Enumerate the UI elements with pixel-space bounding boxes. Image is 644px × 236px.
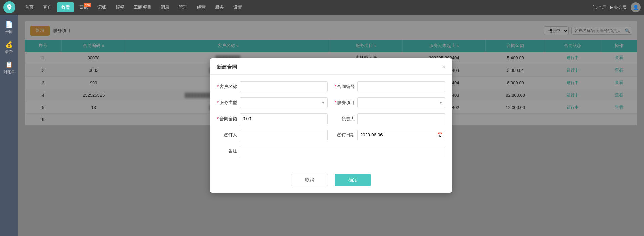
form-field-contract-no: 合同编号	[334, 81, 445, 92]
sidebar-label-contract: 合同	[5, 29, 13, 34]
sign-date-wrap: 📅	[357, 130, 445, 140]
form-row-5: 备注	[217, 146, 445, 156]
nav-item-customer[interactable]: 客户	[39, 2, 56, 12]
service-item-select-wrap: ▼	[357, 97, 445, 108]
sidebar-label-fee: 收费	[5, 49, 13, 54]
input-sign-date[interactable]	[357, 130, 445, 140]
label-person-in-charge: 负责人	[334, 116, 355, 122]
nav-item-service[interactable]: 服务	[211, 2, 228, 12]
sidebar-item-fee[interactable]: 💰 收费	[1, 38, 17, 57]
label-remark: 备注	[217, 148, 237, 154]
modal-header: 新建合同 ×	[210, 58, 452, 75]
input-person-in-charge[interactable]	[357, 113, 445, 124]
fullscreen-icon: ⛶	[593, 5, 597, 10]
form-row-4: 签订人 签订日期 📅	[217, 130, 445, 140]
cancel-button[interactable]: 取消	[291, 174, 328, 186]
label-customer-name: 客户名称	[217, 84, 237, 90]
fullscreen-button[interactable]: ⛶ 全屏	[593, 5, 606, 10]
modal-footer: 取消 确定	[210, 169, 452, 193]
member-button[interactable]: ▶ 畅会员	[610, 5, 627, 10]
form-field-signer: 签订人	[217, 130, 328, 140]
form-field-amount: 合同金额	[217, 113, 328, 124]
top-nav: 首页 客户 收费 票据 new 记账 报税 工商项目 消息 管理 经营 服务 设…	[0, 0, 644, 15]
form-field-customer: 客户名称	[217, 81, 328, 92]
sidebar-item-statement[interactable]: 📋 对账单	[1, 58, 17, 77]
input-contract-no[interactable]	[357, 81, 445, 92]
form-field-service-type: 服务类型 ▼	[217, 97, 328, 108]
sidebar-item-contract[interactable]: 📄 合同	[1, 18, 17, 37]
nav-item-fee[interactable]: 收费	[57, 2, 74, 12]
confirm-button[interactable]: 确定	[335, 174, 371, 186]
nav-item-manage[interactable]: 管理	[175, 2, 192, 12]
input-signer[interactable]	[240, 130, 328, 140]
modal-body: 客户名称 合同编号 服务类型	[210, 75, 452, 169]
sidebar: 📄 合同 💰 收费 📋 对账单	[0, 15, 18, 236]
select-service-item[interactable]	[357, 97, 445, 108]
nav-item-home[interactable]: 首页	[21, 2, 38, 12]
input-remark[interactable]	[240, 146, 445, 156]
nav-item-message[interactable]: 消息	[157, 2, 173, 12]
nav-item-settings[interactable]: 设置	[229, 2, 246, 12]
label-contract-no: 合同编号	[334, 84, 355, 90]
statement-icon: 📋	[5, 61, 13, 68]
form-field-service-item: 服务项目 ▼	[334, 97, 445, 108]
input-customer-name[interactable]	[240, 81, 328, 92]
new-badge: new	[84, 3, 91, 7]
nav-items: 首页 客户 收费 票据 new 记账 报税 工商项目 消息 管理 经营 服务 设…	[21, 2, 593, 12]
modal-create-contract: 新建合同 × 客户名称 合同编号	[210, 58, 452, 193]
nav-item-tax[interactable]: 报税	[112, 2, 128, 12]
label-contract-amount: 合同金额	[217, 116, 237, 122]
label-signer: 签订人	[217, 132, 237, 138]
form-field-person-in-charge: 负责人	[334, 113, 445, 124]
modal-overlay[interactable]: 新建合同 × 客户名称 合同编号	[18, 15, 644, 236]
nav-item-accounting[interactable]: 记账	[93, 2, 110, 12]
form-row-1: 客户名称 合同编号	[217, 81, 445, 92]
form-row-2: 服务类型 ▼ 服务项目	[217, 97, 445, 108]
main-layout: 📄 合同 💰 收费 📋 对账单 新增 服务项目 进行中 已完成 已终止	[0, 15, 644, 236]
modal-title: 新建合同	[217, 64, 237, 70]
service-type-select-wrap: ▼	[240, 97, 328, 108]
sidebar-label-statement: 对账单	[4, 69, 15, 75]
input-contract-amount[interactable]	[240, 113, 328, 124]
label-service-type: 服务类型	[217, 100, 237, 106]
contract-icon: 📄	[5, 21, 13, 28]
modal-close-button[interactable]: ×	[442, 64, 445, 71]
label-sign-date: 签订日期	[334, 132, 355, 138]
play-icon: ▶	[610, 5, 613, 10]
nav-item-business[interactable]: 经营	[193, 2, 210, 12]
form-field-remark: 备注	[217, 146, 445, 156]
logo	[3, 1, 15, 13]
form-field-sign-date: 签订日期 📅	[334, 130, 445, 140]
nav-item-industry[interactable]: 工商项目	[130, 2, 155, 12]
fee-icon: 💰	[5, 41, 13, 48]
avatar[interactable]: 👤	[631, 2, 641, 12]
top-nav-right: ⛶ 全屏 ▶ 畅会员 👤	[593, 2, 641, 12]
content-area: 新增 服务项目 进行中 已完成 已终止 🔍	[18, 15, 644, 236]
select-service-type[interactable]	[240, 97, 328, 108]
form-row-3: 合同金额 负责人	[217, 113, 445, 124]
label-service-item: 服务项目	[334, 100, 355, 106]
nav-item-invoice[interactable]: 票据 new	[75, 2, 92, 12]
